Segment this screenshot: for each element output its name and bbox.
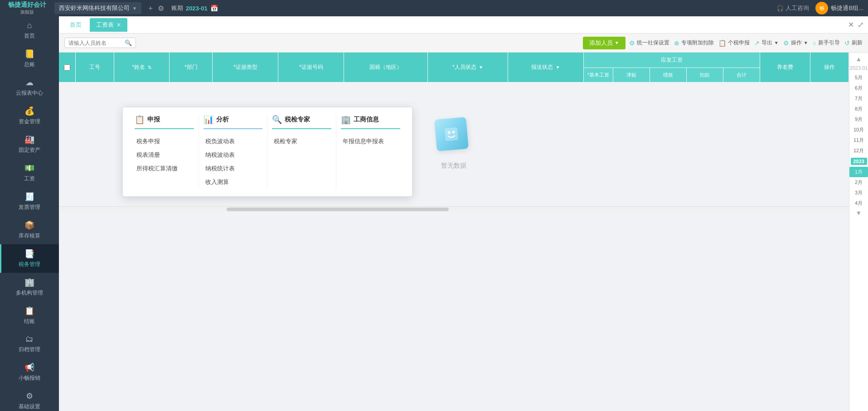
timeline-down-btn[interactable]: ▼ — [855, 208, 863, 218]
inventory-icon: 📦 — [24, 220, 34, 230]
company-selector[interactable]: 西安虾米网络科技有限公司 ▼ — [54, 2, 141, 14]
timeline-month-4-2023[interactable]: 4月 — [849, 198, 868, 208]
empty-icon — [436, 118, 472, 155]
user-profile[interactable]: 畅 畅捷通B组... — [815, 2, 863, 15]
popup-col-shenb: 📋 申报 税务申报 税表清册 所得税汇算清缴 — [130, 115, 199, 189]
fund-icon: 💰 — [24, 106, 34, 116]
app-logo-main: 畅捷通好会计 — [8, 1, 46, 9]
analysis-icon: 📊 — [204, 115, 213, 125]
settings-sidebar-icon: ⚙ — [26, 391, 33, 401]
popup-item-tax-declaration[interactable]: 税务申报 — [135, 135, 194, 148]
support-label: 人工咨询 — [786, 4, 809, 12]
support-btn[interactable]: 🎧 人工咨询 — [776, 4, 809, 12]
toolbar: 🔍 添加人员 ▼ ⚙ 统一社保设置 ⊕ 专项附加扣除 📋 个税申报 — [59, 34, 868, 53]
sidebar-item-basic-settings[interactable]: ⚙ 基础设置 — [0, 387, 59, 411]
timeline-month-2-2023[interactable]: 2月 — [849, 177, 868, 188]
settings-btn[interactable]: ⚙ — [158, 4, 164, 13]
search-input[interactable] — [68, 40, 123, 46]
calendar-icon[interactable]: 📅 — [210, 5, 218, 12]
timeline-up-btn[interactable]: ▲ — [855, 54, 863, 63]
select-all-checkbox[interactable] — [64, 64, 70, 71]
tab-expand-btn[interactable]: ⤢ — [858, 20, 863, 29]
popup-item-income-forecast[interactable]: 收入测算 — [204, 175, 263, 189]
top-header: 畅捷通好会计 旗舰版 西安虾米网络科技有限公司 ▼ ＋ ⚙ 账期 2023-01… — [0, 0, 868, 16]
timeline-month-3-2023[interactable]: 3月 — [849, 188, 868, 198]
timeline-month-10-2022[interactable]: 10月 — [849, 125, 868, 135]
sidebar-label-ledger: 总账 — [24, 61, 35, 68]
search-icon[interactable]: 🔍 — [125, 39, 132, 46]
popup-item-tax-expert[interactable]: 税检专家 — [272, 135, 331, 148]
popup-item-tax-form-list[interactable]: 税表清册 — [135, 148, 194, 162]
sidebar-label-assets: 固定资产 — [19, 146, 40, 154]
timeline-month-7-2022[interactable]: 7月 — [849, 93, 868, 104]
timeline-month-12-2022[interactable]: 12月 — [849, 145, 868, 156]
timeline-month-1-2023[interactable]: 1月 — [849, 167, 868, 177]
sidebar-item-fixed-assets[interactable]: 🏭 固定资产 — [0, 130, 59, 159]
sidebar-item-multi-org[interactable]: 🏢 多机构管理 — [0, 273, 59, 301]
sidebar-item-inventory[interactable]: 📦 库存核算 — [0, 216, 59, 244]
popup-item-tax-burden[interactable]: 税负波动表 — [204, 135, 263, 148]
timeline-month-5-2022[interactable]: 5月 — [849, 73, 868, 83]
company-dropdown-icon: ▼ — [132, 6, 137, 11]
mini-sales-icon: 📢 — [24, 363, 34, 372]
tab-close-btn[interactable]: ✕ — [116, 22, 121, 28]
shenb-title: 申报 — [147, 116, 160, 124]
sidebar-item-fund-mgmt[interactable]: 💰 资金管理 — [0, 102, 59, 130]
timeline-month-9-2022[interactable]: 9月 — [849, 114, 868, 125]
sidebar-label-tax: 税务管理 — [19, 261, 40, 268]
timeline-month-11-2022[interactable]: 11月 — [849, 135, 868, 145]
app-logo-sub: 旗舰版 — [20, 9, 34, 15]
table-scrollbar[interactable] — [59, 206, 849, 212]
sidebar-item-general-ledger[interactable]: 📒 总账 — [0, 44, 59, 73]
popup-item-tax-movement[interactable]: 纳税波动表 — [204, 148, 263, 162]
export-arrow: ▼ — [774, 40, 779, 45]
tax-return-btn[interactable]: 📋 个税申报 — [718, 39, 750, 47]
add-employee-btn[interactable]: 添加人员 ▼ — [583, 37, 626, 49]
sidebar-item-tax[interactable]: 📑 税务管理 — [0, 244, 59, 273]
cloud-icon: ☁ — [25, 77, 34, 87]
popup-col-header-analysis: 📊 分析 — [204, 115, 263, 129]
refresh-icon: ↺ — [844, 39, 850, 47]
user-avatar: 畅 — [815, 2, 828, 15]
sidebar-item-settlement[interactable]: 📋 结账 — [0, 301, 59, 330]
export-btn[interactable]: ↗ 导出 ▼ — [754, 39, 779, 47]
sidebar-item-invoice[interactable]: 🧾 发票管理 — [0, 187, 59, 216]
popup-item-annual-report[interactable]: 年报信息申报表 — [341, 135, 401, 148]
add-employee-label: 添加人员 — [589, 39, 613, 47]
biz-info-icon: 🏢 — [341, 115, 351, 125]
add-company-btn[interactable]: ＋ — [147, 4, 154, 13]
special-deduction-btn[interactable]: ⊕ 专项附加扣除 — [674, 39, 714, 47]
export-label: 导出 — [761, 39, 772, 47]
headset-icon: 🎧 — [776, 5, 784, 12]
th-id-type: *证据类型 — [213, 53, 278, 82]
social-security-btn[interactable]: ⚙ 统一社保设置 — [629, 39, 669, 47]
operations-btn[interactable]: ⚙ 操作 ▼ — [783, 39, 808, 47]
svg-rect-0 — [445, 127, 458, 141]
table-section: 工号 *姓名 ⇅ *部门 *证据类型 *证据号码 国籍（地区） *人员状态 ▼ … — [59, 53, 868, 411]
sidebar-item-cloud-reports[interactable]: ☁ 云报表中心 — [0, 73, 59, 102]
tab-home[interactable]: 首页 — [63, 18, 88, 32]
user-initial: 畅 — [820, 5, 824, 12]
sidebar-item-archive[interactable]: 🗂 归档管理 — [0, 330, 59, 358]
sidebar-item-home[interactable]: ⌂ 首页 — [0, 16, 59, 44]
assets-icon: 🏭 — [24, 135, 34, 145]
popup-item-tax-stats[interactable]: 纳税统计表 — [204, 162, 263, 175]
new-guide-toolbar-btn[interactable]: ○ 新手引导 — [813, 39, 840, 47]
social-security-label: 统一社保设置 — [637, 39, 669, 47]
content-area: 首页 工资表 ✕ ✕ ⤢ 🔍 添加人员 ▼ ⚙ 统一 — [59, 16, 868, 411]
sidebar-item-salary[interactable]: 💵 工资 — [0, 159, 59, 187]
tab-salary[interactable]: 工资表 ✕ — [90, 18, 127, 32]
tab-close-window-btn[interactable]: ✕ — [848, 20, 854, 29]
timeline-month-8-2022[interactable]: 8月 — [849, 104, 868, 114]
timeline-month-6-2022[interactable]: 6月 — [849, 83, 868, 93]
popup-col-tax-expert: 🔍 税检专家 税检专家 — [267, 115, 336, 189]
sidebar-label-settlement: 结账 — [24, 318, 35, 325]
invoice-icon: 🧾 — [24, 192, 34, 202]
sidebar-item-mini-sales[interactable]: 📢 小畅报销 — [0, 358, 59, 387]
operations-icon: ⚙ — [783, 39, 789, 47]
th-performance: 绩效 — [650, 68, 687, 82]
popup-grid: 📋 申报 税务申报 税表清册 所得税汇算清缴 📊 分析 — [130, 115, 405, 189]
analysis-title: 分析 — [216, 116, 229, 124]
refresh-btn[interactable]: ↺ 刷新 — [844, 39, 863, 47]
popup-item-income-tax-calc[interactable]: 所得税汇算清缴 — [135, 162, 194, 175]
